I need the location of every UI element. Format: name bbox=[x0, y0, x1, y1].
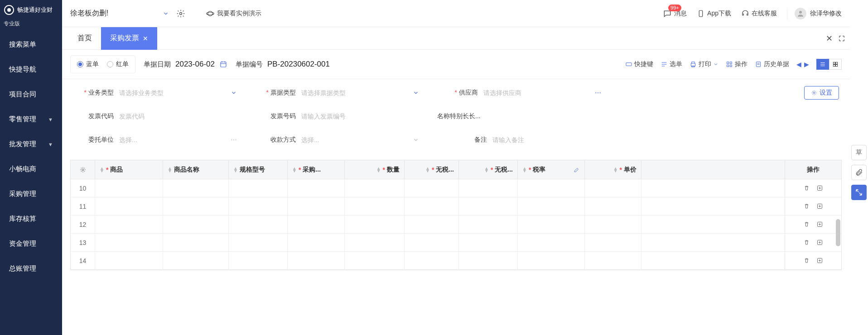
sidebar-item-8[interactable]: 资金管理 bbox=[0, 231, 62, 256]
th-unit-price[interactable]: ▲▼*单价 bbox=[585, 160, 641, 179]
svg-point-1 bbox=[7, 8, 11, 12]
sidebar-item-1[interactable]: 快捷导航 bbox=[0, 57, 62, 82]
planet-icon bbox=[206, 10, 214, 18]
calendar-icon[interactable] bbox=[219, 60, 227, 68]
brand-name: 畅捷通好业财 bbox=[17, 6, 53, 14]
th-product-name[interactable]: ▲▼商品名称 bbox=[163, 160, 229, 179]
ellipsis-icon[interactable]: ⋯ bbox=[595, 89, 601, 96]
svg-rect-14 bbox=[833, 62, 835, 64]
biz-type-select[interactable] bbox=[119, 86, 237, 100]
doc-type-radio-group: 蓝单 红单 bbox=[70, 55, 135, 73]
row-number: 12 bbox=[71, 215, 95, 233]
tab-purchase-invoice[interactable]: 采购发票 ✕ bbox=[101, 27, 157, 50]
sidebar-item-5[interactable]: 小畅电商 bbox=[0, 157, 62, 182]
th-product[interactable]: ▲▼*商品 bbox=[95, 160, 163, 179]
headset-icon bbox=[741, 10, 749, 18]
shortcut-button[interactable]: 快捷键 bbox=[625, 60, 653, 68]
view-card-button[interactable] bbox=[829, 59, 842, 70]
date-value[interactable]: 2023-06-02 bbox=[175, 60, 215, 69]
add-row-icon[interactable] bbox=[816, 221, 823, 228]
company-selector[interactable]: 徐老板勿删! bbox=[70, 9, 169, 18]
app-download-button[interactable]: App下载 bbox=[697, 10, 731, 18]
scrollbar-thumb[interactable] bbox=[836, 219, 840, 246]
ellipsis-icon[interactable]: ⋯ bbox=[231, 136, 237, 144]
th-qty[interactable]: ▲▼*数量 bbox=[345, 160, 405, 179]
delete-row-icon[interactable] bbox=[803, 257, 810, 264]
edit-icon[interactable] bbox=[574, 167, 580, 173]
keyboard-icon bbox=[625, 61, 632, 68]
form-settings-button[interactable]: 设置 bbox=[804, 86, 839, 100]
remark-input[interactable] bbox=[492, 133, 610, 147]
sidebar-item-3[interactable]: 零售管理▼ bbox=[0, 107, 62, 132]
th-spec[interactable]: ▲▼规格型号 bbox=[229, 160, 288, 179]
delete-row-icon[interactable] bbox=[803, 221, 810, 228]
table-row[interactable]: 12 bbox=[71, 215, 841, 234]
table-row[interactable]: 11 bbox=[71, 197, 841, 215]
user-menu[interactable]: 徐泽华修改 bbox=[787, 8, 842, 19]
delete-row-icon[interactable] bbox=[803, 203, 810, 210]
svg-rect-16 bbox=[833, 65, 835, 67]
radio-red[interactable]: 红单 bbox=[107, 60, 129, 68]
prev-doc-icon[interactable]: ◀ bbox=[796, 61, 801, 68]
delete-row-icon[interactable] bbox=[803, 239, 810, 246]
mobile-icon bbox=[697, 10, 705, 18]
radio-blue[interactable]: 蓝单 bbox=[77, 60, 99, 68]
column-settings-button[interactable] bbox=[71, 160, 95, 179]
pay-method-select[interactable] bbox=[301, 133, 419, 147]
table-row[interactable]: 10 bbox=[71, 179, 841, 197]
sidebar-item-2[interactable]: 项目合同 bbox=[0, 82, 62, 107]
tab-close-all-icon[interactable]: ✕ bbox=[826, 34, 833, 43]
sidebar-item-9[interactable]: 总账管理 bbox=[0, 256, 62, 281]
th-notax1[interactable]: ▲▼*无税... bbox=[405, 160, 459, 179]
add-row-icon[interactable] bbox=[816, 185, 823, 191]
history-button[interactable]: 历史单据 bbox=[755, 60, 789, 68]
add-row-icon[interactable] bbox=[816, 239, 823, 246]
demo-link[interactable]: 我要看实例演示 bbox=[206, 10, 261, 18]
fullscreen-icon[interactable] bbox=[838, 35, 845, 42]
settings-icon[interactable] bbox=[176, 9, 185, 18]
add-row-icon[interactable] bbox=[816, 257, 823, 264]
sidebar-item-6[interactable]: 采购管理 bbox=[0, 182, 62, 206]
draft-button[interactable]: 草 bbox=[851, 145, 867, 160]
row-number: 13 bbox=[71, 234, 95, 251]
topbar: 徐老板勿删! 我要看实例演示 消息 bbox=[62, 0, 850, 27]
next-doc-icon[interactable]: ▶ bbox=[804, 61, 809, 68]
svg-rect-10 bbox=[730, 62, 732, 64]
svg-point-18 bbox=[813, 92, 815, 94]
sidebar-item-0[interactable]: 搜索菜单 bbox=[0, 32, 62, 57]
expand-button[interactable] bbox=[851, 185, 867, 200]
th-purchase[interactable]: ▲▼*采购... bbox=[288, 160, 345, 179]
document-icon bbox=[755, 61, 762, 68]
ticket-type-select[interactable] bbox=[301, 86, 419, 100]
svg-rect-5 bbox=[699, 10, 703, 17]
tab-home[interactable]: 首页 bbox=[68, 27, 101, 50]
online-service-button[interactable]: 在线客服 bbox=[741, 10, 777, 18]
gear-icon bbox=[811, 90, 817, 96]
sidebar-item-4[interactable]: 批发管理▼ bbox=[0, 132, 62, 157]
select-doc-button[interactable]: 选单 bbox=[661, 60, 682, 68]
view-list-button[interactable] bbox=[816, 59, 829, 70]
delete-row-icon[interactable] bbox=[803, 185, 810, 191]
th-tax-rate[interactable]: ▲▼*税率 bbox=[518, 160, 585, 179]
operate-button[interactable]: 操作 bbox=[726, 60, 747, 68]
table-row[interactable]: 13 bbox=[71, 234, 841, 252]
sidebar-item-7[interactable]: 库存核算 bbox=[0, 206, 62, 231]
radio-icon bbox=[107, 61, 113, 67]
document-toolbar: 蓝单 红单 单据日期 2023-06-02 单据编号 PB-20230602-0… bbox=[62, 50, 850, 79]
entrust-unit-select[interactable]: ⋯ bbox=[119, 133, 237, 147]
supplier-select[interactable]: ⋯ bbox=[483, 86, 601, 100]
close-icon[interactable]: ✕ bbox=[143, 35, 148, 42]
invoice-code-input[interactable] bbox=[119, 109, 237, 124]
tabs-row: 首页 采购发票 ✕ ✕ bbox=[62, 27, 850, 50]
svg-rect-7 bbox=[221, 62, 226, 67]
messages-button[interactable]: 消息 99+ bbox=[663, 9, 687, 18]
row-number: 10 bbox=[71, 179, 95, 197]
attachment-button[interactable] bbox=[851, 165, 867, 180]
print-button[interactable]: 打印 bbox=[690, 60, 719, 68]
chevron-down-icon: ▼ bbox=[48, 117, 53, 122]
invoice-no-input[interactable] bbox=[301, 109, 419, 124]
add-row-icon[interactable] bbox=[816, 203, 823, 210]
table-row[interactable]: 14 bbox=[71, 252, 841, 270]
th-notax2[interactable]: ▲▼*无税... bbox=[459, 160, 518, 179]
long-name-input[interactable] bbox=[486, 109, 586, 124]
